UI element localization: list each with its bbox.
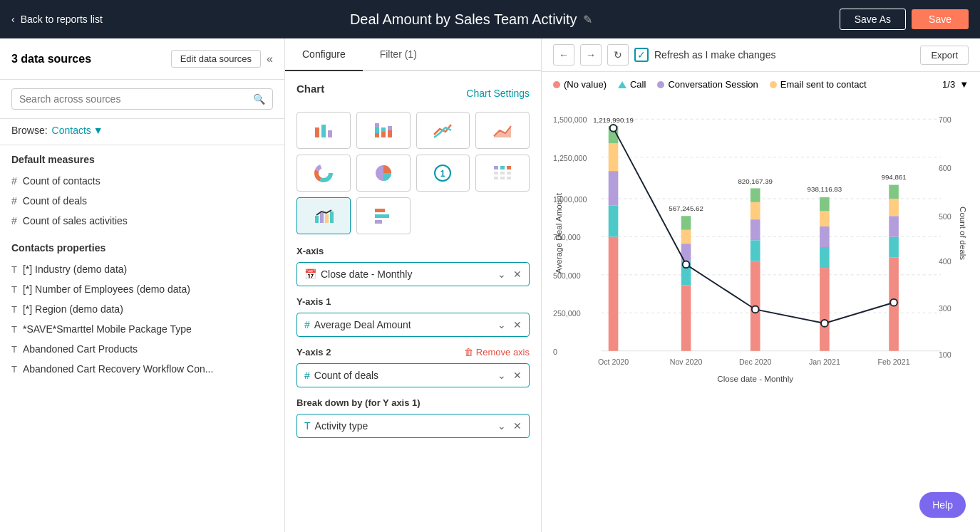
prop-item[interactable]: T *SAVE*Smarttel Mobile Package Type xyxy=(11,319,273,339)
report-title-area: Deal Amount by Sales Team Activity ✎ xyxy=(350,11,592,28)
svg-text:700: 700 xyxy=(939,115,951,124)
configure-panel: Configure Filter (1) Chart Chart Setting… xyxy=(285,38,542,532)
legend-item-call: Call xyxy=(618,79,646,90)
svg-rect-6 xyxy=(381,132,386,137)
chart-settings-link[interactable]: Chart Settings xyxy=(466,88,530,99)
search-box: 🔍 xyxy=(11,88,273,110)
help-button[interactable]: Help xyxy=(919,492,966,518)
chart-type-bar[interactable] xyxy=(296,112,351,149)
back-arrow-icon: ‹ xyxy=(11,14,15,25)
search-container: 🔍 xyxy=(0,80,284,119)
search-input[interactable] xyxy=(19,93,247,105)
chart-type-area[interactable] xyxy=(475,112,530,149)
svg-rect-0 xyxy=(315,127,319,137)
svg-point-85 xyxy=(683,261,690,268)
breakdown-dropdown[interactable]: T Activity type ⌄ ✕ xyxy=(296,414,530,438)
svg-rect-3 xyxy=(375,133,379,137)
chart-type-section: Chart Chart Settings xyxy=(285,71,541,449)
browse-contacts-dropdown[interactable]: Contacts ▼ xyxy=(52,125,103,136)
svg-rect-63 xyxy=(681,230,691,244)
tabs: Configure Filter (1) xyxy=(285,38,541,71)
svg-point-86 xyxy=(752,306,759,313)
chart-type-donut[interactable] xyxy=(296,155,351,192)
save-button[interactable]: Save xyxy=(912,9,969,29)
edit-title-icon[interactable]: ✎ xyxy=(583,13,592,26)
sidebar-header: 3 data sources Edit data sources « xyxy=(0,38,284,80)
svg-text:250,000: 250,000 xyxy=(553,309,581,318)
measure-item[interactable]: # Count of sales activities xyxy=(11,211,273,231)
toolbar-left: ← → ↻ ✓ Refresh as I make changes xyxy=(553,44,775,66)
yaxis1-dropdown[interactable]: # Average Deal Amount ⌄ ✕ xyxy=(296,313,530,337)
clear-xaxis-icon[interactable]: ✕ xyxy=(513,268,522,280)
svg-text:938,116.83: 938,116.83 xyxy=(808,185,842,193)
chevron-down-icon: ⌄ xyxy=(497,319,506,330)
svg-rect-32 xyxy=(375,214,389,218)
refresh-button[interactable]: ↻ xyxy=(607,44,629,66)
chart-type-pie[interactable] xyxy=(356,155,411,192)
export-button[interactable]: Export xyxy=(920,46,969,65)
tab-filter[interactable]: Filter (1) xyxy=(363,38,434,71)
svg-rect-1 xyxy=(321,125,326,137)
back-to-list-button[interactable]: ‹ Back to reports list xyxy=(11,14,103,25)
clear-breakdown-icon[interactable]: ✕ xyxy=(513,420,522,432)
chart-type-line[interactable] xyxy=(416,112,470,149)
svg-rect-56 xyxy=(609,171,619,206)
measure-item[interactable]: # Count of contacts xyxy=(11,171,273,191)
svg-text:Oct 2020: Oct 2020 xyxy=(598,358,629,366)
clear-yaxis1-icon[interactable]: ✕ xyxy=(513,319,522,330)
chart-toolbar: ← → ↻ ✓ Refresh as I make changes Export xyxy=(542,38,980,72)
prop-item[interactable]: T [*] Region (demo data) xyxy=(11,299,273,319)
svg-rect-82 xyxy=(889,185,899,199)
refresh-checkbox[interactable]: ✓ xyxy=(634,48,649,62)
svg-rect-79 xyxy=(889,236,899,257)
redo-button[interactable]: → xyxy=(580,44,602,66)
prop-item[interactable]: T [*] Number of Employees (demo data) xyxy=(11,279,273,299)
prop-item[interactable]: T Abandoned Cart Recovery Workflow Con..… xyxy=(11,359,273,379)
svg-rect-30 xyxy=(330,212,334,223)
chart-area: ← → ↻ ✓ Refresh as I make changes Export… xyxy=(542,38,980,532)
svg-text:1,250,000: 1,250,000 xyxy=(553,154,587,162)
chart-type-horizontal-bar[interactable] xyxy=(356,197,411,234)
contacts-props-title: Contacts properties xyxy=(11,242,273,254)
svg-rect-9 xyxy=(388,126,392,130)
svg-rect-31 xyxy=(375,209,385,212)
clear-yaxis2-icon[interactable]: ✕ xyxy=(513,370,522,381)
tab-configure[interactable]: Configure xyxy=(285,38,363,71)
svg-rect-26 xyxy=(507,177,511,179)
prop-item[interactable]: T [*] Industry (demo data) xyxy=(11,259,273,279)
chart-type-table[interactable] xyxy=(475,155,530,192)
chart-type-number[interactable]: 1 xyxy=(416,155,470,192)
refresh-label-area: ✓ Refresh as I make changes xyxy=(634,48,775,62)
svg-rect-8 xyxy=(388,130,392,137)
yaxis2-label-row: Y-axis 2 🗑 Remove axis xyxy=(296,347,530,358)
svg-text:Feb 2021: Feb 2021 xyxy=(878,358,910,366)
edit-data-sources-button[interactable]: Edit data sources xyxy=(171,50,261,68)
legend-dot-conversation xyxy=(657,81,664,88)
chart-svg: 1,500,000 1,250,000 1,000,000 750,000 50… xyxy=(553,93,969,402)
undo-button[interactable]: ← xyxy=(553,44,574,66)
chart-type-combo[interactable] xyxy=(296,197,351,234)
svg-point-88 xyxy=(890,299,897,306)
chart-container: 1,500,000 1,250,000 1,000,000 750,000 50… xyxy=(542,93,980,413)
prop-item[interactable]: T Abandoned Cart Products xyxy=(11,339,273,359)
chart-type-stacked-bar[interactable] xyxy=(356,112,411,149)
default-measures-title: Default measures xyxy=(11,154,273,165)
save-as-button[interactable]: Save As xyxy=(840,9,906,30)
svg-rect-19 xyxy=(500,166,505,169)
svg-point-84 xyxy=(610,125,617,132)
xaxis-dropdown[interactable]: 📅 Close date - Monthly ⌄ ✕ xyxy=(296,262,530,286)
search-icon: 🔍 xyxy=(253,93,265,105)
remove-axis-button[interactable]: 🗑 Remove axis xyxy=(464,347,530,358)
collapse-sidebar-icon[interactable]: « xyxy=(267,53,273,66)
svg-text:1,219,990.19: 1,219,990.19 xyxy=(593,116,634,124)
svg-text:820,167.39: 820,167.39 xyxy=(738,177,773,185)
pagination-down-arrow-icon[interactable]: ▼ xyxy=(959,79,969,90)
svg-rect-81 xyxy=(889,199,899,216)
svg-text:Dec 2020: Dec 2020 xyxy=(739,358,772,366)
svg-text:Jan 2021: Jan 2021 xyxy=(809,358,840,366)
browse-label: Browse: xyxy=(11,125,48,136)
svg-rect-7 xyxy=(381,127,386,132)
measure-item[interactable]: # Count of deals xyxy=(11,191,273,211)
yaxis2-dropdown[interactable]: # Count of deals ⌄ ✕ xyxy=(296,363,530,387)
svg-rect-70 xyxy=(751,188,760,202)
